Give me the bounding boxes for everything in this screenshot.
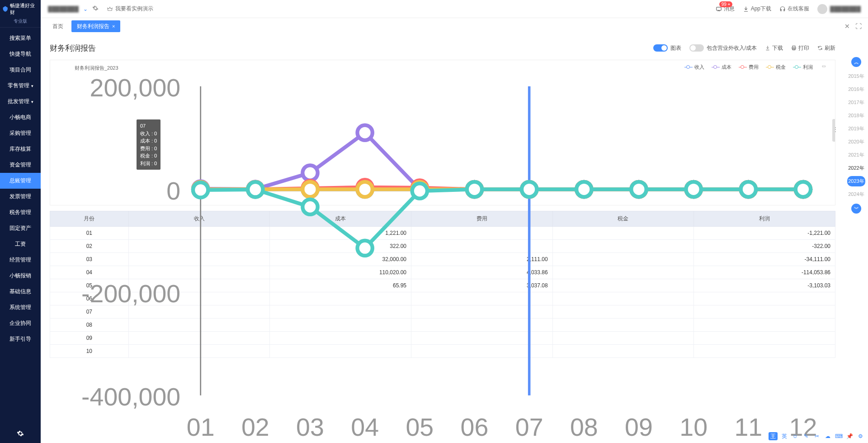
year-option[interactable]: 2015年: [844, 70, 868, 83]
sidebar-item-0[interactable]: 搜索菜单: [0, 30, 41, 46]
sidebar-item-5[interactable]: 小畅电商: [0, 110, 41, 125]
svg-text:02: 02: [241, 413, 269, 441]
svg-point-80: [686, 182, 701, 197]
ime-toolbar: 王 英 ☺ ✎ ✂ ☁ ⌨ 📌 ⚙: [769, 432, 864, 440]
year-panel: ︽ 2015年2016年2017年2018年2019年2020年2021年202…: [844, 54, 868, 216]
legend-profit[interactable]: 利润: [793, 64, 813, 71]
close-all-icon[interactable]: ✕: [844, 23, 850, 30]
sidebar-item-11[interactable]: 税务管理: [0, 205, 41, 220]
sidebar-item-12[interactable]: 固定资产: [0, 220, 41, 236]
sidebar-item-13[interactable]: 工资: [0, 236, 41, 252]
gear-icon: [17, 430, 24, 437]
legend-income[interactable]: 收入: [684, 64, 704, 71]
svg-point-62: [357, 182, 372, 197]
legend-expense[interactable]: 费用: [739, 64, 759, 71]
year-option[interactable]: 2023年: [847, 176, 865, 186]
year-option[interactable]: 2018年: [844, 109, 868, 122]
sidebar: 畅捷通好业财 专业版 搜索菜单快捷导航项目合同零售管理▾批发管理▾小畅电商采购管…: [0, 0, 41, 443]
year-down-button[interactable]: ︾: [851, 204, 861, 214]
app-download-button[interactable]: App下载: [743, 5, 771, 13]
svg-point-77: [522, 182, 537, 197]
year-option[interactable]: 2016年: [844, 83, 868, 96]
svg-text:10: 10: [679, 413, 708, 441]
sidebar-item-2[interactable]: 项目合同: [0, 62, 41, 78]
ime-edit-icon[interactable]: ✎: [802, 432, 810, 440]
online-service-button[interactable]: 在线客服: [779, 5, 809, 13]
sidebar-item-7[interactable]: 库存核算: [0, 141, 41, 157]
panel-drag-handle[interactable]: [832, 119, 835, 142]
sidebar-item-1[interactable]: 快捷导航: [0, 46, 41, 62]
year-option[interactable]: 2019年: [844, 122, 868, 135]
include-toggle[interactable]: [689, 44, 704, 52]
legend-cost[interactable]: 成本: [712, 64, 731, 71]
headset-icon: [779, 6, 786, 12]
message-badge: 99 +: [719, 1, 733, 7]
year-option[interactable]: 2024年: [844, 188, 868, 201]
chart-container: 财务利润报告_2023 收入 成本 费用 税金 利润 ▭ -400,000-20…: [50, 60, 835, 205]
sidebar-item-4[interactable]: 批发管理▾: [0, 94, 41, 110]
sidebar-item-14[interactable]: 经营管理: [0, 252, 41, 268]
year-option[interactable]: 2021年: [844, 148, 868, 162]
ime-emoji-icon[interactable]: ☺: [791, 432, 799, 440]
ime-settings-icon[interactable]: ⚙: [856, 432, 864, 440]
sidebar-item-19[interactable]: 新手引导: [0, 331, 41, 347]
fullscreen-icon[interactable]: ⛶: [855, 23, 862, 30]
sidebar-item-15[interactable]: 小畅报销: [0, 268, 41, 284]
svg-text:11: 11: [734, 413, 762, 441]
edition-label: 专业版: [0, 18, 41, 28]
sidebar-item-6[interactable]: 采购管理: [0, 125, 41, 141]
sidebar-item-18[interactable]: 企业协同: [0, 315, 41, 331]
ime-cut-icon[interactable]: ✂: [813, 432, 821, 440]
download-button[interactable]: 下载: [765, 44, 783, 52]
sidebar-item-3[interactable]: 零售管理▾: [0, 78, 41, 94]
org-settings-icon[interactable]: [92, 5, 99, 13]
sidebar-item-9[interactable]: 总账管理: [0, 173, 41, 189]
messages-button[interactable]: 99 + 消息: [716, 5, 735, 13]
sidebar-item-17[interactable]: 系统管理: [0, 300, 41, 315]
org-selector[interactable]: ████████: [48, 6, 79, 12]
svg-text:-400,000: -400,000: [81, 383, 180, 411]
close-icon[interactable]: ×: [112, 24, 115, 29]
svg-text:-200,000: -200,000: [81, 280, 180, 308]
sidebar-item-16[interactable]: 基础信息: [0, 284, 41, 300]
svg-text:01: 01: [187, 413, 215, 441]
tabstrip: 首页 财务利润报告× ✕ ⛶: [41, 18, 868, 34]
year-option[interactable]: 2022年: [844, 162, 868, 175]
tab-profit-report[interactable]: 财务利润报告×: [71, 20, 120, 32]
svg-point-73: [302, 200, 317, 214]
year-option[interactable]: 2020年: [844, 135, 868, 148]
org-dropdown-caret[interactable]: ⌄: [83, 6, 88, 12]
svg-point-75: [412, 183, 427, 198]
include-toggle-label: 包含营业外收入/成本: [707, 44, 757, 52]
refresh-button[interactable]: 刷新: [817, 44, 835, 52]
svg-point-38: [357, 125, 372, 140]
legend-tax[interactable]: 税金: [766, 64, 786, 71]
year-option[interactable]: 2017年: [844, 96, 868, 109]
chart-toggle-label: 图表: [670, 44, 681, 52]
line-chart[interactable]: -400,000-200,0000200,0000102030405060708…: [75, 74, 828, 443]
ime-lang[interactable]: 英: [780, 432, 788, 440]
demo-link[interactable]: 我要看实例演示: [107, 5, 153, 13]
download-icon: [743, 6, 749, 12]
print-button[interactable]: 打印: [791, 44, 809, 52]
svg-text:07: 07: [515, 413, 543, 441]
sidebar-item-10[interactable]: 发票管理: [0, 189, 41, 205]
content-area: 财务利润报告 图表 包含营业外收入/成本 下载 打印 刷新: [41, 34, 844, 443]
legend-collapse-icon[interactable]: ▭: [822, 64, 826, 71]
svg-point-81: [741, 182, 756, 197]
svg-point-71: [193, 182, 208, 197]
settings-button[interactable]: [0, 430, 41, 438]
svg-rect-0: [716, 7, 721, 10]
user-menu[interactable]: ████████: [817, 4, 861, 14]
download-icon: [765, 45, 770, 51]
avatar: [817, 4, 827, 14]
ime-cloud-icon[interactable]: ☁: [824, 432, 832, 440]
ime-pin-icon[interactable]: 📌: [845, 432, 854, 440]
sidebar-item-8[interactable]: 资金管理: [0, 157, 41, 173]
chart-toggle[interactable]: [653, 44, 668, 52]
ime-keyboard-icon[interactable]: ⌨: [835, 432, 843, 440]
tab-home[interactable]: 首页: [47, 20, 69, 32]
ime-badge[interactable]: 王: [769, 432, 778, 440]
year-up-button[interactable]: ︽: [851, 57, 861, 67]
refresh-icon: [817, 45, 823, 51]
